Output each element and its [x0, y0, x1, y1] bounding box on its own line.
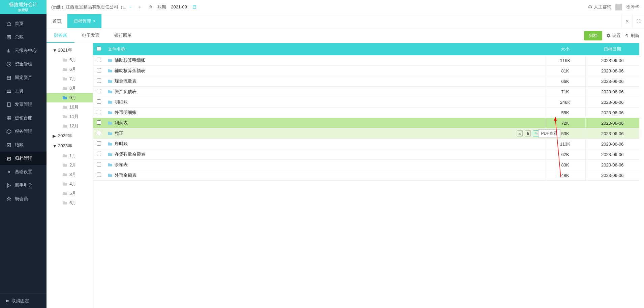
row-checkbox[interactable] [97, 141, 101, 146]
row-actions: PDF查看 [517, 130, 539, 136]
folder-icon [63, 95, 67, 100]
page-tab-1[interactable]: 归档管理× [67, 14, 101, 28]
download-excel-icon[interactable] [517, 130, 523, 136]
file-icon [108, 131, 113, 136]
nav-item-11[interactable]: 基础设置 [0, 165, 47, 179]
tab-close-button[interactable] [621, 14, 633, 28]
file-icon [108, 152, 113, 157]
file-date: 2023-06-06 [585, 55, 639, 66]
plus-icon[interactable] [137, 4, 143, 10]
tree-month-0-5[interactable]: 10月 [47, 102, 93, 112]
table-row[interactable]: 利润表 72K 2023-06-06 [93, 118, 639, 128]
row-checkbox[interactable] [97, 131, 101, 135]
topbar-right: 人工咨询 徐泽华 [588, 4, 639, 10]
fullscreen-icon[interactable] [633, 14, 644, 28]
file-date: 2023-06-06 [585, 160, 639, 170]
table-row[interactable]: 现金流量表 66K 2023-06-06 [93, 76, 639, 87]
row-checkbox[interactable] [97, 68, 101, 72]
period-label: 账期 [157, 4, 166, 10]
table-row[interactable]: 辅助核算明细账 116K 2023-06-06 [93, 55, 639, 66]
unpin-label: 取消固定 [11, 298, 29, 304]
row-checkbox[interactable] [97, 58, 101, 62]
consult-link[interactable]: 人工咨询 [588, 4, 611, 10]
assets-icon [6, 75, 11, 80]
gear-icon[interactable] [147, 4, 153, 10]
nav-item-5[interactable]: 工资 [0, 84, 47, 98]
file-icon [108, 142, 113, 147]
tree-month-0-6[interactable]: 11月 [47, 112, 93, 121]
table-row[interactable]: 外币明细账 55K 2023-06-06 [93, 107, 639, 118]
tree-month-0-3[interactable]: 8月 [47, 84, 93, 93]
table-row[interactable]: 存货数量余额表 62K 2023-06-06 [93, 149, 639, 160]
file-date: 2023-06-06 [585, 87, 639, 97]
nav-item-13[interactable]: 畅会员 [0, 192, 47, 206]
table-row[interactable]: 明细账 246K 2023-06-06 [93, 97, 639, 107]
row-checkbox[interactable] [97, 152, 101, 156]
page-tabs: 首页归档管理× [47, 14, 644, 28]
file-date: 2023-06-06 [585, 170, 639, 181]
nav-item-10[interactable]: 归档管理 [0, 152, 47, 165]
stock-icon [6, 115, 11, 121]
archive-button[interactable]: 归档 [584, 31, 602, 40]
nav-label: 云报表中心 [15, 48, 37, 54]
username[interactable]: 徐泽华 [626, 4, 639, 10]
nav-item-3[interactable]: 资金管理 [0, 57, 47, 71]
folder-icon [63, 86, 67, 91]
close-icon[interactable]: × [93, 19, 95, 24]
sub-tab-1[interactable]: 电子发票 [74, 28, 107, 43]
unpin-button[interactable]: 取消固定 [0, 294, 47, 308]
page-tab-0[interactable]: 首页 [47, 14, 67, 28]
table-row[interactable]: 凭证 PDF查看 53K 2023-06-06 [93, 128, 639, 139]
download-pdf-icon[interactable] [525, 130, 531, 136]
tree-year-2[interactable]: ▼2023年 [47, 141, 93, 151]
table-row[interactable]: 辅助核算余额表 81K 2023-06-06 [93, 66, 639, 76]
file-name: 凭证 [115, 130, 123, 136]
row-checkbox[interactable] [97, 173, 101, 177]
nav-item-6[interactable]: 发票管理 [0, 98, 47, 111]
tree-month-0-0[interactable]: 5月 [47, 55, 93, 65]
nav-item-0[interactable]: 首页 [0, 17, 47, 30]
tree-year-0[interactable]: ▼2021年 [47, 45, 93, 55]
row-checkbox[interactable] [97, 79, 101, 83]
tree-month-0-2[interactable]: 7月 [47, 74, 93, 84]
tree-month-2-1[interactable]: 2月 [47, 160, 93, 170]
tree-month-2-0[interactable]: 1月 [47, 151, 93, 160]
sub-tab-0[interactable]: 财务账 [47, 28, 74, 43]
row-checkbox[interactable] [97, 89, 101, 93]
table-row[interactable]: 外币余额表 48K 2023-06-06 [93, 170, 639, 181]
tree-month-2-5[interactable]: 6月 [47, 198, 93, 208]
tree-month-0-1[interactable]: 6月 [47, 65, 93, 74]
row-checkbox[interactable] [97, 110, 101, 114]
table-row[interactable]: 余额表 83K 2023-06-06 [93, 160, 639, 170]
tree-month-0-7[interactable]: 12月 [47, 121, 93, 131]
row-checkbox[interactable] [97, 99, 101, 104]
select-all-checkbox[interactable] [97, 47, 101, 51]
nav-item-1[interactable]: 总账 [0, 30, 47, 44]
sidebar: 畅捷通好会计 旗舰版 首页总账云报表中心资金管理固定资产工资发票管理进销台账税务… [0, 0, 47, 308]
nav-item-7[interactable]: 进销台账 [0, 111, 47, 125]
tree-month-0-4[interactable]: 9月 [47, 93, 93, 102]
nav-item-2[interactable]: 云报表中心 [0, 44, 47, 57]
tree-month-2-2[interactable]: 3月 [47, 170, 93, 179]
row-checkbox[interactable] [97, 162, 101, 166]
company-selector[interactable]: (勿删）江西服宝精品有限责任公司（... [51, 4, 132, 10]
sub-tab-2[interactable]: 银行回单 [107, 28, 139, 43]
nav-item-4[interactable]: 固定资产 [0, 71, 47, 84]
file-name: 外币余额表 [115, 172, 136, 178]
table-row[interactable]: 资产负债表 71K 2023-06-06 [93, 87, 639, 97]
row-checkbox[interactable] [97, 120, 101, 125]
calendar-icon[interactable] [192, 4, 197, 10]
nav-item-12[interactable]: 新手引导 [0, 179, 47, 192]
nav-item-8[interactable]: 税务管理 [0, 125, 47, 138]
table-row[interactable]: 序时账 113K 2023-06-06 [93, 139, 639, 149]
tree-month-2-3[interactable]: 4月 [47, 179, 93, 189]
settings-link[interactable]: 设置 [606, 33, 621, 39]
avatar-icon[interactable] [615, 4, 622, 10]
refresh-link[interactable]: 刷新 [625, 33, 639, 39]
tree-month-2-4[interactable]: 5月 [47, 189, 93, 198]
nav-label: 结账 [15, 142, 24, 148]
file-name: 资产负债表 [115, 89, 136, 95]
nav-item-9[interactable]: 结账 [0, 138, 47, 152]
tree-year-1[interactable]: ▶2022年 [47, 131, 93, 141]
folder-icon [63, 124, 67, 129]
